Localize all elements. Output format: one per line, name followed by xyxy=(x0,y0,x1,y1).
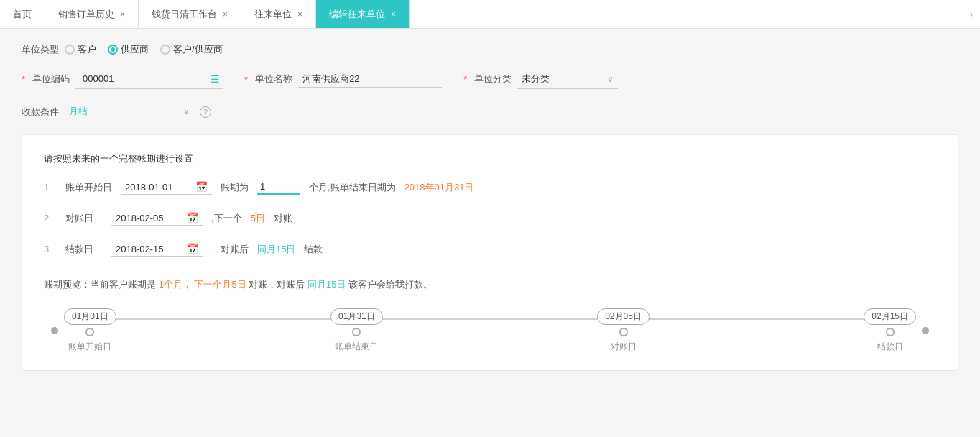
period-date-2-input[interactable] xyxy=(116,213,180,224)
payment-terms-help-icon[interactable]: ? xyxy=(200,106,211,118)
period-highlight-3: 同月15日 xyxy=(257,243,295,256)
tab-cashflow-label: 钱货日清工作台 xyxy=(152,8,217,21)
tab-edit-contact[interactable]: 编辑往来单位 × xyxy=(316,0,410,28)
tab-sales-history-label: 销售订单历史 xyxy=(58,8,114,21)
tab-contacts[interactable]: 往来单位 × xyxy=(241,0,316,28)
period-date-3-input[interactable] xyxy=(116,244,180,254)
tab-bar: 首页 销售订单历史 × 钱货日清工作台 × 往来单位 × 编辑往来单位 × › xyxy=(0,0,980,29)
period-panel: 请按照未来的一个完整帐期进行设置 1 账单开始日 📅 账期为 个月,账单结束日期… xyxy=(22,134,958,371)
payment-terms-arrow: ∨ xyxy=(183,106,190,116)
timeline-track: 01月01日 账单开始日 01月31日 账单结束日 02月05日 对账 xyxy=(64,308,916,353)
radio-supplier[interactable]: 供应商 xyxy=(108,43,149,56)
radio-both-circle xyxy=(160,45,170,55)
timeline-label-4: 结款日 xyxy=(877,341,903,353)
period-num-1: 1 xyxy=(44,182,57,193)
period-date-2-wrapper: 📅 xyxy=(111,211,203,226)
unit-classify-value: 未分类 xyxy=(522,73,607,86)
preview-part4: 同月15日 xyxy=(308,279,346,290)
timeline-node-2: 01月31日 账单结束日 xyxy=(330,308,383,353)
unit-name-field: * 单位名称 xyxy=(244,70,442,88)
timeline-nodes: 01月01日 账单开始日 01月31日 账单结束日 02月05日 对账 xyxy=(64,308,916,353)
radio-both[interactable]: 客户/供应商 xyxy=(160,43,223,56)
unit-code-lookup-icon[interactable]: ☰ xyxy=(211,73,220,85)
radio-both-label: 客户/供应商 xyxy=(173,43,223,56)
tab-home-label: 首页 xyxy=(13,8,32,21)
payment-terms-label: 收款条件 xyxy=(22,106,59,119)
period-suffix-1a: 账期为 xyxy=(221,181,249,194)
timeline-dot-2 xyxy=(352,328,361,336)
period-row-2: 2 对账日 📅 ,下一个 5日 对账 xyxy=(44,211,936,226)
preview-part1: 1个月， xyxy=(159,279,192,290)
unit-name-input[interactable] xyxy=(298,70,442,88)
period-suffix-2a: ,下一个 xyxy=(211,212,242,225)
timeline-badge-2: 01月31日 xyxy=(330,308,383,325)
period-date-2-calendar-icon[interactable]: 📅 xyxy=(186,212,198,224)
radio-group: 客户 供应商 客户/供应商 xyxy=(65,43,223,56)
payment-terms-row: 收款条件 月结 ∨ ? xyxy=(22,102,958,121)
timeline-dot-4 xyxy=(886,328,895,336)
main-content: 单位类型 客户 供应商 客户/供应商 * 单位编码 xyxy=(0,29,980,437)
unit-code-input[interactable] xyxy=(78,70,208,87)
timeline-dot-3 xyxy=(619,328,628,336)
tab-sales-history[interactable]: 销售订单历史 × xyxy=(45,0,139,28)
period-date-1-wrapper: 📅 xyxy=(121,180,212,195)
timeline-badge-1: 01月01日 xyxy=(64,308,116,325)
tab-contacts-label: 往来单位 xyxy=(254,8,292,21)
timeline-label-2: 账单结束日 xyxy=(335,341,378,353)
payment-terms-field: 收款条件 月结 ∨ ? xyxy=(22,102,211,121)
timeline-right-dot xyxy=(922,327,929,334)
radio-customer[interactable]: 客户 xyxy=(65,43,96,56)
payment-terms-dropdown[interactable]: 月结 ∨ xyxy=(65,102,194,121)
period-label-3: 结款日 xyxy=(65,243,103,256)
period-date-3-wrapper: 📅 xyxy=(111,242,203,257)
unit-type-label: 单位类型 xyxy=(22,43,59,56)
period-suffix-3b: 结款 xyxy=(304,243,323,256)
unit-classify-label: 单位分类 xyxy=(474,73,512,86)
unit-classify-dropdown[interactable]: 未分类 ∨ xyxy=(517,70,618,89)
tab-edit-contact-label: 编辑往来单位 xyxy=(329,8,385,21)
unit-type-field: 单位类型 客户 供应商 客户/供应商 xyxy=(22,43,223,56)
unit-code-field: * 单位编码 ☰ xyxy=(22,69,223,89)
period-suffix-3a: ，对账后 xyxy=(211,243,249,256)
timeline-node-4: 02月15日 结款日 xyxy=(864,308,916,353)
preview-part2: 下一个月5日 xyxy=(194,279,246,290)
unit-code-star: * xyxy=(22,74,25,85)
preview-label: 账期预览：当前客户账期是 xyxy=(44,279,156,290)
unit-name-label: 单位名称 xyxy=(255,73,292,86)
tab-cashflow-close[interactable]: × xyxy=(223,9,228,19)
period-date-3-calendar-icon[interactable]: 📅 xyxy=(186,243,198,254)
radio-customer-label: 客户 xyxy=(78,43,96,56)
unit-name-star: * xyxy=(244,74,248,85)
tab-home[interactable]: 首页 xyxy=(0,0,45,28)
timeline-dot-1 xyxy=(85,328,94,336)
preview-part5: 该客户会给我打款。 xyxy=(348,279,433,290)
tab-edit-contact-close[interactable]: × xyxy=(391,9,396,19)
period-date-1-input[interactable] xyxy=(125,182,190,193)
radio-supplier-label: 供应商 xyxy=(121,43,149,56)
period-row-1: 1 账单开始日 📅 账期为 个月,账单结束日期为 2018年01月31日 xyxy=(44,180,936,195)
payment-terms-value: 月结 xyxy=(69,105,180,118)
timeline-label-1: 账单开始日 xyxy=(68,341,111,353)
period-suffix-2b: 对账 xyxy=(274,212,292,225)
timeline-node-3: 02月05日 对账日 xyxy=(597,308,650,353)
period-suffix-1b: 个月,账单结束日期为 xyxy=(309,181,396,194)
unit-code-input-wrapper: ☰ xyxy=(75,69,223,89)
radio-supplier-circle xyxy=(108,45,118,55)
period-title: 请按照未来的一个完整帐期进行设置 xyxy=(44,152,936,165)
period-month-input[interactable] xyxy=(257,180,300,195)
timeline-badge-3: 02月05日 xyxy=(597,308,650,325)
period-highlight-2: 5日 xyxy=(251,212,265,225)
period-date-1-calendar-icon[interactable]: 📅 xyxy=(195,181,208,193)
tab-scroll-right[interactable]: › xyxy=(962,9,980,20)
preview-part3: 对账，对账后 xyxy=(249,279,305,290)
tab-cashflow[interactable]: 钱货日清工作台 × xyxy=(139,0,241,28)
period-label-1: 账单开始日 xyxy=(65,181,112,194)
tab-sales-history-close[interactable]: × xyxy=(120,9,125,19)
period-label-2: 对账日 xyxy=(65,212,103,225)
unit-classify-star: * xyxy=(463,74,467,85)
timeline-node-1: 01月01日 账单开始日 xyxy=(64,308,116,353)
timeline-badge-4: 02月15日 xyxy=(864,308,916,325)
tab-contacts-close[interactable]: × xyxy=(297,9,302,19)
timeline-left-dot xyxy=(51,327,58,334)
period-row-3: 3 结款日 📅 ，对账后 同月15日 结款 xyxy=(44,242,936,257)
